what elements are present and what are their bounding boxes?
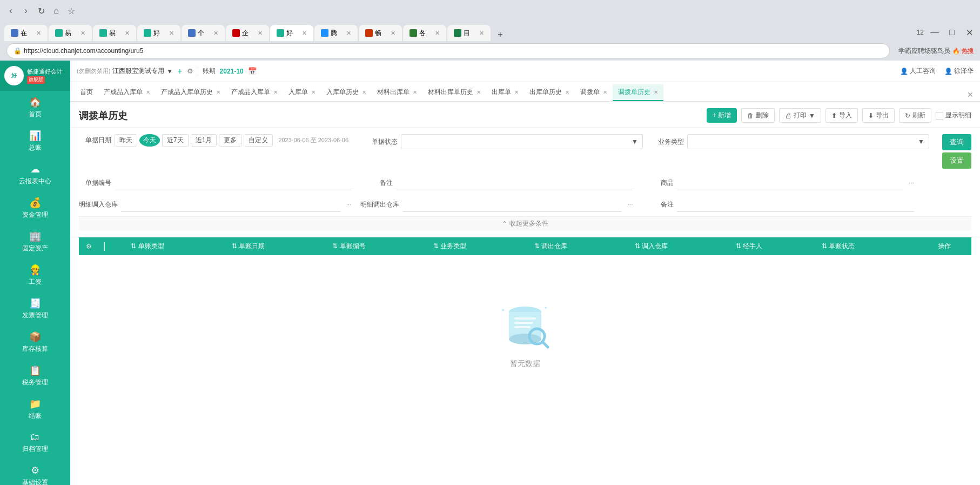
refresh-btn-main[interactable]: ↻ 刷新 xyxy=(899,108,931,123)
tab-4-close[interactable]: ✕ xyxy=(311,89,316,95)
service-btn[interactable]: 👤 人工咨询 xyxy=(900,67,936,76)
user-btn[interactable]: 👤 徐泽华 xyxy=(944,67,974,76)
warehouse-out-input[interactable] xyxy=(402,197,622,212)
date-btn-custom[interactable]: 自定义 xyxy=(244,134,273,147)
query-btn[interactable]: 查询 xyxy=(942,134,971,150)
sidebar-item-ledger[interactable]: 📊 总账 xyxy=(0,124,70,158)
page-tab-5[interactable]: 入库单历史 ✕ xyxy=(321,84,372,101)
sidebar-item-closing[interactable]: 📁 结账 xyxy=(0,393,70,426)
docno-input[interactable] xyxy=(115,175,352,190)
page-tab-2[interactable]: 产成品入库单历史 ✕ xyxy=(156,84,226,101)
date-btn-1month[interactable]: 近1月 xyxy=(191,134,217,147)
tab-6-close[interactable]: ✕ xyxy=(413,89,417,95)
sidebar-item-invoice[interactable]: 🧾 发票管理 xyxy=(0,292,70,325)
page-tab-9[interactable]: 出库单历史 ✕ xyxy=(524,84,575,101)
out-warehouse-col-header[interactable]: ⇅ 调出仓库 xyxy=(529,237,630,255)
sidebar-item-archive[interactable]: 🗂 归档管理 xyxy=(0,426,70,459)
browser-tab-0[interactable]: 在 ✕ xyxy=(4,25,48,41)
status-select[interactable]: ▼ xyxy=(401,134,643,149)
select-all-checkbox[interactable] xyxy=(104,242,105,251)
new-btn[interactable]: + 新增 xyxy=(707,108,737,123)
sidebar-item-cloud-report[interactable]: ☁ 云报表中心 xyxy=(0,158,70,191)
browser-tab-2[interactable]: 易 ✕ xyxy=(93,25,136,41)
sidebar-item-tax[interactable]: 📋 税务管理 xyxy=(0,359,70,393)
import-btn[interactable]: ⬆ 导入 xyxy=(825,108,858,123)
business-type-col-header[interactable]: ⇅ 业务类型 xyxy=(428,237,529,255)
add-company-btn[interactable]: + xyxy=(177,67,182,76)
warehouse-out-more-icon[interactable]: ··· xyxy=(627,201,633,208)
browser-tab-7[interactable]: 腾 ✕ xyxy=(314,25,358,41)
refresh-btn[interactable]: ↻ xyxy=(35,4,48,17)
tab-close-7[interactable]: ✕ xyxy=(346,30,351,37)
remark-input[interactable] xyxy=(396,175,633,190)
browser-tab-10[interactable]: 目 ✕ xyxy=(447,25,491,41)
tab-close-10[interactable]: ✕ xyxy=(479,30,484,37)
tab-close-2[interactable]: ✕ xyxy=(125,30,130,37)
tab-close-9[interactable]: ✕ xyxy=(435,30,440,37)
doc-status-col-header[interactable]: ⇅ 单账状态 xyxy=(816,237,917,255)
print-btn[interactable]: 🖨 打印 ▼ xyxy=(779,108,821,123)
company-selector[interactable]: (勿删勿禁用) 江西服宝测试专用 ▼ xyxy=(77,67,173,76)
tab-2-close[interactable]: ✕ xyxy=(216,89,220,95)
doc-no-col-header[interactable]: ⇅ 单账编号 xyxy=(327,237,428,255)
page-tab-11[interactable]: 调拨单历史 ✕ xyxy=(613,84,663,101)
business-select[interactable]: ▼ xyxy=(687,134,929,149)
tab-close-1[interactable]: ✕ xyxy=(80,30,85,37)
tab-3-close[interactable]: ✕ xyxy=(273,89,278,95)
url-box[interactable]: 🔒 https://cloud.chanjet.com/accounting/u… xyxy=(6,43,890,58)
tab-1-close[interactable]: ✕ xyxy=(146,89,150,95)
tab-close-0[interactable]: ✕ xyxy=(36,30,41,37)
collapse-btn[interactable]: ⌃ 收起更多条件 xyxy=(79,216,971,230)
page-tab-10[interactable]: 调拨单 ✕ xyxy=(575,84,613,101)
sidebar-item-fixed-assets[interactable]: 🏢 固定资产 xyxy=(0,225,70,258)
tab-11-close[interactable]: ✕ xyxy=(654,89,658,95)
date-btn-7days[interactable]: 近7天 xyxy=(162,134,189,147)
period-value[interactable]: 2021-10 xyxy=(220,68,244,75)
date-btn-more[interactable]: 更多 xyxy=(219,134,241,147)
settings-gear-icon[interactable]: ⚙ xyxy=(187,67,193,75)
warehouse-in-more-icon[interactable]: ··· xyxy=(346,201,352,208)
page-tab-3[interactable]: 产成品入库单 ✕ xyxy=(226,84,283,101)
in-warehouse-col-header[interactable]: ⇅ 调入仓库 xyxy=(629,237,730,255)
page-tab-8[interactable]: 出库单 ✕ xyxy=(486,84,524,101)
page-tab-4[interactable]: 入库单 ✕ xyxy=(283,84,321,101)
sidebar-item-payroll[interactable]: 👷 工资 xyxy=(0,258,70,292)
table-settings-icon[interactable]: ⚙ xyxy=(86,243,92,250)
settings-filter-btn[interactable]: 设置 xyxy=(942,152,971,169)
tab-9-close[interactable]: ✕ xyxy=(565,89,569,95)
bookmark-btn[interactable]: ☆ xyxy=(65,4,78,17)
sidebar-item-home[interactable]: 🏠 首页 xyxy=(0,91,70,124)
calendar-icon[interactable]: 📅 xyxy=(248,67,257,75)
page-tab-home[interactable]: 首页 xyxy=(75,84,98,101)
tab-close-active[interactable]: ✕ xyxy=(302,30,307,37)
warehouse-in-input[interactable] xyxy=(121,197,341,212)
tab-close-8[interactable]: ✕ xyxy=(391,30,395,37)
forward-btn[interactable]: › xyxy=(19,4,32,17)
close-all-tabs-btn[interactable]: ✕ xyxy=(965,88,976,101)
sidebar-logo[interactable]: 好 畅捷通好会计 旗舰版 xyxy=(0,61,70,91)
delete-btn[interactable]: 🗑 删除 xyxy=(741,108,775,123)
handler-col-header[interactable]: ⇅ 经手人 xyxy=(730,237,816,255)
note-input[interactable] xyxy=(677,197,914,212)
tab-5-close[interactable]: ✕ xyxy=(362,89,366,95)
display-checkbox[interactable] xyxy=(936,112,943,119)
maximize-btn[interactable]: □ xyxy=(945,26,958,39)
sidebar-item-inventory[interactable]: 📦 库存核算 xyxy=(0,325,70,359)
page-tab-1[interactable]: 产成品入库单 ✕ xyxy=(98,84,156,101)
settings-col-header[interactable]: ⚙ xyxy=(79,237,98,255)
browser-tab-3[interactable]: 好 ✕ xyxy=(137,25,180,41)
minimize-btn[interactable]: — xyxy=(928,26,941,39)
export-btn[interactable]: ⬇ 导出 xyxy=(862,108,895,123)
page-tab-6[interactable]: 材料出库单 ✕ xyxy=(372,84,422,101)
browser-tab-4[interactable]: 个 ✕ xyxy=(182,25,225,41)
display-detail-label[interactable]: 显示明细 xyxy=(936,111,971,120)
new-tab-btn[interactable]: + xyxy=(494,28,507,41)
back-btn[interactable]: ‹ xyxy=(4,4,17,17)
browser-tab-1[interactable]: 易 ✕ xyxy=(49,25,92,41)
doc-date-col-header[interactable]: ⇅ 单账日期 xyxy=(226,237,327,255)
close-window-btn[interactable]: ✕ xyxy=(963,26,976,39)
page-tab-7[interactable]: 材料出库单历史 ✕ xyxy=(422,84,486,101)
goods-input[interactable] xyxy=(677,175,903,190)
doc-type-col-header[interactable]: ⇅ 单账类型 xyxy=(125,237,226,255)
sidebar-item-settings[interactable]: ⚙ 基础设置 xyxy=(0,459,70,485)
